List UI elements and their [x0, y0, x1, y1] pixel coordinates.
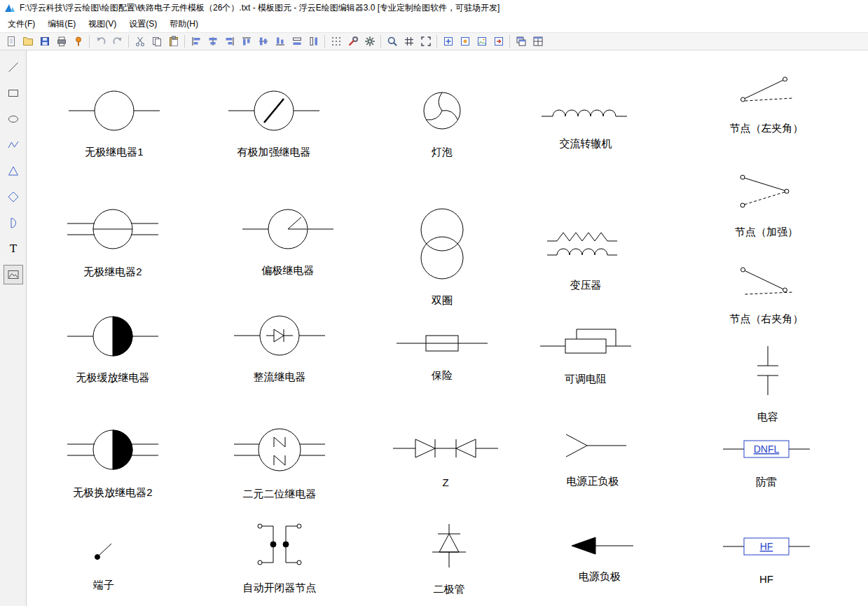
polyline-tool[interactable]	[4, 135, 23, 155]
canvas[interactable]: 无极继电器1有极加强继电器灯泡交流转辙机节点（左夹角）无极继电器2偏极继电器双圈…	[27, 50, 868, 606]
insert-template-button[interactable]	[440, 34, 456, 49]
symbol-node-strong[interactable]: 节点（加强）	[734, 171, 799, 239]
symbol-label: 可调电阻	[565, 373, 607, 386]
symbol-label: 无极继电器2	[83, 266, 142, 279]
symbol-relay-rectifier[interactable]: 整流继电器	[234, 315, 325, 384]
window-title: F:\浮云科技\浮云绘图\绘图配置\铁路电子元件模板（26个）.txt - 模板…	[20, 2, 500, 14]
symbol-relay-switch-release-2[interactable]: 无极换放继电器2	[67, 427, 158, 500]
export-file-icon	[493, 36, 504, 47]
node-strong-glyph	[734, 171, 799, 214]
symbol-capacitor[interactable]: 电容	[752, 345, 783, 424]
tile-windows-button[interactable]	[530, 34, 546, 49]
title-bar: F:\浮云科技\浮云绘图\绘图配置\铁路电子元件模板（26个）.txt - 模板…	[0, 0, 868, 16]
symbol-lightning-protect[interactable]: DNFL防雷	[723, 436, 810, 489]
symbol-ac-switch-machine[interactable]: 交流转辙机	[540, 99, 631, 151]
menu-view[interactable]: 视图(V)	[82, 16, 123, 32]
symbol-diode[interactable]: 二极管	[424, 523, 474, 596]
snap-grid-button[interactable]	[328, 34, 344, 49]
symbol-transformer[interactable]: 变压器	[540, 223, 631, 292]
align-center-horizontal-button[interactable]	[205, 34, 221, 49]
symbol-relay-nonpolar-1[interactable]: 无极继电器1	[69, 90, 160, 159]
symbol-node-left-angle[interactable]: 节点（左夹角）	[730, 71, 804, 135]
relay-polar-strong-glyph	[228, 90, 319, 135]
align-bottom-icon	[275, 36, 286, 47]
svg-text:T: T	[9, 242, 16, 255]
print-button[interactable]	[53, 34, 69, 49]
text-tool[interactable]: T	[4, 239, 23, 259]
arc-tool[interactable]	[4, 213, 23, 233]
image-tool[interactable]	[4, 265, 23, 284]
align-right-button[interactable]	[221, 34, 237, 49]
pin-icon	[73, 36, 84, 47]
grid-toggle-icon	[404, 36, 415, 47]
save-file-button[interactable]	[36, 34, 53, 49]
triangle-tool[interactable]	[4, 161, 23, 181]
copy-button[interactable]	[149, 34, 165, 49]
diamond-tool[interactable]	[4, 187, 23, 207]
symbol-node-right-angle[interactable]: 节点（右夹角）	[730, 262, 804, 326]
symbol-relay-slow-release[interactable]: 无极缓放继电器	[67, 315, 158, 385]
toolbar-separator	[184, 35, 185, 48]
symbol-bulb[interactable]: 灯泡	[420, 90, 464, 159]
menu-help[interactable]: 帮助(H)	[163, 16, 205, 32]
symbol-power-pos-neg[interactable]: 电源正负极	[558, 430, 628, 488]
symbol-relay-polar-strong[interactable]: 有极加强继电器	[228, 90, 319, 159]
line-tool-icon	[7, 61, 20, 74]
symbol-relay-nonpolar-2[interactable]: 无极继电器2	[67, 207, 158, 279]
symbol-label: 整流继电器	[254, 371, 306, 384]
relay-binary-2pos-glyph	[234, 426, 325, 476]
symbol-terminal[interactable]: 端子	[88, 538, 119, 592]
symbol-relay-biased[interactable]: 偏极继电器	[242, 208, 333, 277]
relay-nonpolar-1-glyph	[69, 90, 160, 135]
align-bottom-button[interactable]	[272, 34, 288, 49]
snap-grid-icon	[331, 36, 342, 47]
symbol-power-negative[interactable]: 电源负极	[565, 535, 635, 584]
cascade-windows-button[interactable]	[513, 34, 529, 49]
pin-button[interactable]	[70, 34, 86, 49]
ellipse-tool[interactable]	[4, 109, 23, 129]
power-pos-neg-glyph	[558, 430, 628, 464]
relay-rectifier-glyph	[234, 315, 325, 359]
new-file-button[interactable]	[3, 34, 19, 49]
relay-slow-release-glyph	[67, 315, 158, 360]
paste-button[interactable]	[165, 34, 181, 49]
symbol-z-diodes[interactable]: Z	[393, 434, 498, 488]
copy-icon	[151, 36, 163, 47]
add-element-button[interactable]	[457, 34, 473, 49]
symbol-fuse[interactable]: 保险	[397, 331, 488, 383]
export-image-button[interactable]	[474, 34, 490, 49]
undo-button[interactable]	[92, 34, 109, 49]
zoom-button[interactable]	[384, 34, 400, 49]
add-element-icon	[460, 36, 471, 47]
symbol-relay-binary-2pos[interactable]: 二元二位继电器	[234, 426, 325, 501]
menu-edit[interactable]: 编辑(E)	[41, 16, 82, 32]
menu-file[interactable]: 文件(F)	[1, 16, 41, 32]
export-file-button[interactable]	[490, 34, 507, 49]
symbol-label: 防雷	[756, 476, 777, 489]
redo-button[interactable]	[109, 34, 125, 49]
menu-settings[interactable]: 设置(S)	[123, 16, 163, 32]
align-left-button[interactable]	[188, 34, 204, 49]
equal-width-button[interactable]	[289, 34, 305, 49]
symbol-label: 自动开闭器节点	[243, 581, 317, 595]
symbol-hf[interactable]: HFHF	[723, 534, 810, 585]
line-tool[interactable]	[4, 57, 23, 77]
symbol-adjustable-resistor[interactable]: 可调电阻	[540, 324, 631, 386]
align-center-horizontal-icon	[207, 36, 219, 47]
symbol-label: 变压器	[570, 279, 602, 292]
modify-tool-button[interactable]	[345, 34, 361, 49]
open-file-button[interactable]	[20, 34, 36, 49]
equal-width-icon	[291, 36, 303, 47]
terminal-glyph	[88, 538, 119, 567]
align-top-button[interactable]	[238, 34, 254, 49]
fit-view-button[interactable]	[418, 34, 434, 49]
equal-height-button[interactable]	[305, 34, 322, 49]
rect-tool[interactable]	[4, 83, 23, 103]
cut-button[interactable]	[132, 34, 148, 49]
diode-glyph	[424, 523, 474, 572]
align-middle-vertical-button[interactable]	[255, 34, 271, 49]
symbol-double-coil[interactable]: 双圈	[418, 207, 467, 308]
settings-gear-button[interactable]	[361, 34, 378, 49]
symbol-auto-switch-node[interactable]: 自动开闭器节点	[241, 521, 318, 595]
grid-toggle-button[interactable]	[401, 34, 417, 49]
